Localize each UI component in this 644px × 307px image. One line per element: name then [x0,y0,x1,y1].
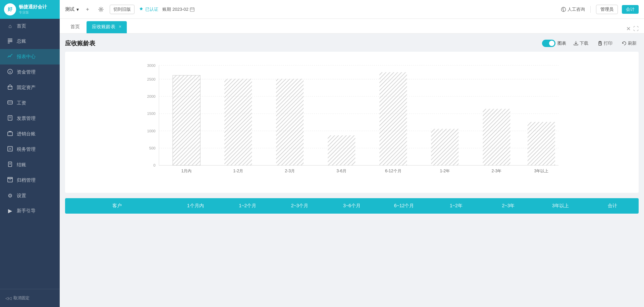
svg-rect-50 [276,79,304,166]
sidebar-item-archive[interactable]: 归档管理 [0,173,60,188]
chart-container: 0 500 1000 1500 2000 2500 3000 [65,52,639,193]
archive-icon [7,177,13,184]
home-icon: ⌂ [7,23,13,29]
chart-toggle[interactable] [542,40,555,47]
app-name: 畅捷通好会计 [19,4,47,10]
col-1-2month: 1~2个月 [221,198,273,214]
col-1month: 1个月内 [169,198,221,214]
col-total: 合计 [587,198,639,214]
payroll-icon [7,100,13,106]
svg-rect-23 [190,8,194,11]
download-btn[interactable]: 下载 [572,39,590,48]
svg-text:1月内: 1月内 [181,169,192,173]
ledger-icon [7,38,13,45]
svg-rect-49 [224,79,252,166]
add-btn[interactable]: + [83,5,92,14]
switch-version-btn[interactable]: 切到旧版 [110,5,135,14]
cancel-fixed-btn[interactable]: ◁◁ 取消固定 [0,293,60,304]
chart-toggle-wrap: 图表 [542,40,566,47]
inventory-icon [7,131,13,137]
tab-expand-btn[interactable]: ⛶ [633,26,639,32]
tab-close-icon[interactable]: × [119,24,121,29]
sidebar-item-ledger[interactable]: 总账 [0,34,60,49]
svg-text:2000: 2000 [147,94,155,98]
invoice-icon [7,115,13,122]
sidebar-item-inventory[interactable]: 进销台账 [0,126,60,142]
svg-text:2-3年: 2-3年 [491,169,501,173]
sidebar-item-reports[interactable]: 报表中心 [0,49,60,64]
download-label: 下载 [580,40,588,46]
col-1-2year: 1~2年 [430,198,482,214]
svg-rect-53 [431,129,459,166]
print-label: 打印 [604,40,612,46]
col-3-6month: 3~6个月 [326,198,378,214]
chart-toggle-label: 图表 [557,40,566,46]
assets-icon [7,84,13,91]
tab-ar-aging[interactable]: 应收账龄表 × [87,21,127,33]
sidebar-item-label: 税务管理 [17,146,36,152]
sidebar-item-assets[interactable]: 固定资产 [0,80,60,95]
sidebar-item-label: 报表中心 [17,54,36,60]
app-edition: 专业版 [19,10,47,15]
role-btn[interactable]: 会计 [622,5,639,14]
logo-text-wrap: 畅捷通好会计 专业版 [19,4,47,15]
certified-label: 已认证 [145,6,158,12]
tab-home-label: 首页 [70,24,80,29]
bar-chart: 0 500 1000 1500 2000 2500 3000 [72,58,632,186]
pin-icon: ◁◁ [5,296,11,301]
sidebar-item-tax[interactable]: 税务管理 [0,142,60,157]
sidebar-item-guide[interactable]: ▶ 新手引导 [0,203,60,218]
sidebar-item-label: 总账 [17,38,26,44]
sidebar-item-label: 结账 [17,162,26,168]
tax-icon [7,146,13,153]
company-selector[interactable]: 测试 ▾ [65,6,79,12]
dropdown-icon: ▾ [76,7,79,12]
settings-btn[interactable] [96,5,106,14]
svg-text:1-2年: 1-2年 [440,169,450,173]
sidebar-item-payroll[interactable]: 工资 [0,95,60,111]
svg-rect-48 [173,75,200,165]
svg-rect-52 [379,72,407,165]
svg-text:1000: 1000 [147,129,155,133]
tab-home[interactable]: 首页 [65,21,85,33]
sidebar-item-settings[interactable]: ⚙ 设置 [0,188,60,203]
cancel-fixed-label: 取消固定 [13,295,30,301]
page-header: 应收账龄表 图表 下载 打印 刷新 [65,39,639,48]
col-6-12month: 6~12个月 [378,198,430,214]
print-btn[interactable]: 打印 [596,39,614,48]
logo-icon: 好 [4,3,16,15]
certified-badge: 已认证 [139,6,158,12]
svg-point-22 [100,8,102,10]
tab-close-btn[interactable]: ✕ [626,26,631,32]
consult-label: 人工咨询 [568,6,585,12]
sidebar-item-close[interactable]: 结账 [0,157,60,173]
sidebar-logo: 好 畅捷通好会计 专业版 [0,0,60,19]
guide-icon: ▶ [7,208,13,214]
sidebar-item-label: 设置 [17,193,26,199]
tab-controls: ✕ ⛶ [626,26,639,33]
col-3year-plus: 3年以上 [534,198,586,214]
refresh-btn[interactable]: 刷新 [620,39,639,48]
sidebar-item-funds[interactable]: ¥ 资金管理 [0,64,60,80]
svg-rect-3 [8,43,10,43]
sidebar-item-label: 新手引导 [17,208,36,214]
svg-rect-20 [8,177,12,178]
period-value: 2023-02 [172,7,189,12]
sidebar-item-label: 归档管理 [17,177,36,183]
svg-rect-2 [8,41,12,42]
svg-rect-55 [528,122,555,165]
consult-btn[interactable]: 人工咨询 [561,6,585,12]
sidebar-footer: ◁◁ 取消固定 [0,289,60,307]
sidebar: 好 畅捷通好会计 专业版 ⌂ 首页 总账 报表中心 ¥ 资金管理 [0,0,60,307]
svg-rect-0 [8,39,12,39]
switch-version-label: 切到旧版 [113,7,131,12]
reports-icon [7,53,13,60]
funds-icon: ¥ [7,69,13,76]
sidebar-item-label: 发票管理 [17,116,36,122]
tab-ar-aging-label: 应收账龄表 [92,24,115,29]
main-area: 测试 ▾ + 切到旧版 已认证 账期 2023-02 人工咨询 [60,0,644,307]
user-btn[interactable]: 管理员 [596,5,618,14]
svg-rect-12 [8,132,12,136]
sidebar-item-invoice[interactable]: 发票管理 [0,111,60,126]
sidebar-item-home[interactable]: ⌂ 首页 [0,19,60,34]
